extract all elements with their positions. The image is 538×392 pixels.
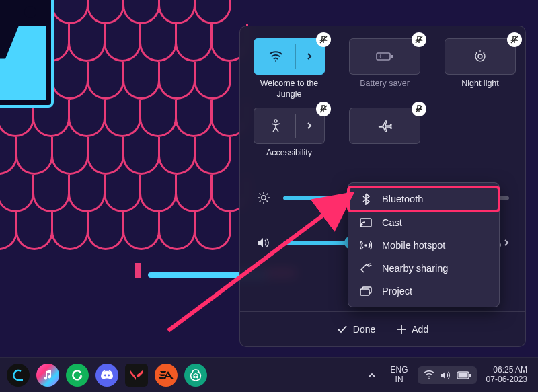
taskbar-pinned-apps xyxy=(7,364,207,387)
menu-item-project[interactable]: Project xyxy=(348,280,499,303)
taskbar: ENG IN 06:25 AM 07-06-2023 xyxy=(0,357,538,392)
clock-time: 06:25 AM xyxy=(486,366,527,375)
tile-wrap-nightlight: Night light xyxy=(445,38,516,100)
tray-overflow-button[interactable] xyxy=(362,368,381,383)
bluetooth-icon xyxy=(359,193,373,205)
night-light-tile[interactable] xyxy=(445,38,516,75)
svg-rect-2 xyxy=(391,55,393,58)
airplane-mode-tile[interactable] xyxy=(349,108,420,144)
svg-point-7 xyxy=(274,120,277,122)
svg-point-23 xyxy=(364,244,367,247)
tile-wrap-battery: Battery saver xyxy=(349,38,420,100)
svg-rect-32 xyxy=(469,374,471,377)
project-icon xyxy=(359,286,373,296)
add-button-label: Add xyxy=(412,324,428,335)
taskbar-app-itunes[interactable] xyxy=(36,364,59,387)
brightness-icon xyxy=(256,191,271,204)
taskbar-app-logitech[interactable] xyxy=(7,364,30,387)
unpin-icon[interactable] xyxy=(316,102,331,116)
night-light-tile-label: Night light xyxy=(461,79,499,99)
done-button[interactable]: Done xyxy=(337,324,375,335)
menu-item-label: Cast xyxy=(382,217,402,228)
svg-rect-1 xyxy=(377,53,390,60)
unpin-icon[interactable] xyxy=(316,32,331,47)
svg-line-14 xyxy=(267,201,268,202)
unpin-icon[interactable] xyxy=(507,32,522,47)
airplane-icon xyxy=(371,119,398,132)
clock-date: 07-06-2023 xyxy=(486,375,527,385)
nearby-sharing-icon xyxy=(359,263,373,274)
svg-rect-33 xyxy=(458,373,467,377)
svg-rect-25 xyxy=(360,289,369,295)
tile-wrap-airplane xyxy=(349,108,420,168)
wifi-tile-label: Welcome to the Jungle xyxy=(254,79,325,100)
language-line2: IN xyxy=(391,375,408,384)
svg-line-13 xyxy=(260,194,261,195)
taskbar-app-grammarly[interactable] xyxy=(66,364,89,387)
taskbar-system-tray: ENG IN 06:25 AM 07-06-2023 xyxy=(362,366,531,385)
menu-item-label: Project xyxy=(382,286,412,297)
volume-icon xyxy=(440,370,451,380)
menu-item-bluetooth[interactable]: Bluetooth xyxy=(348,187,499,211)
menu-item-label: Mobile hotspot xyxy=(382,240,445,251)
menu-item-label: Nearby sharing xyxy=(382,263,448,274)
add-tile-menu: Bluetooth Cast Mobile hotspot Nearby sha… xyxy=(348,182,500,307)
quick-settings-tiles: Welcome to the Jungle Battery saver xyxy=(254,38,512,168)
taskbar-app-valorant[interactable] xyxy=(125,364,148,387)
taskbar-app-ea[interactable] xyxy=(155,364,178,387)
svg-line-15 xyxy=(260,201,261,202)
battery-saver-icon xyxy=(371,51,398,62)
taskbar-app-chatgpt[interactable] xyxy=(184,364,207,387)
taskbar-app-discord[interactable] xyxy=(95,364,118,387)
wifi-expand-button[interactable] xyxy=(296,52,323,61)
quick-settings-panel: Welcome to the Jungle Battery saver xyxy=(239,26,526,347)
network-volume-battery-button[interactable] xyxy=(418,366,477,384)
battery-saver-tile-label: Battery saver xyxy=(360,79,410,99)
wifi-tile[interactable] xyxy=(254,38,325,75)
svg-point-22 xyxy=(360,225,362,227)
svg-point-0 xyxy=(274,60,276,61)
tile-wrap-accessibility: Accessibility xyxy=(254,108,325,168)
svg-point-3 xyxy=(478,54,482,58)
clock-button[interactable]: 06:25 AM 07-06-2023 xyxy=(482,366,531,385)
accessibility-icon xyxy=(256,114,296,138)
menu-item-nearby[interactable]: Nearby sharing xyxy=(348,257,499,280)
battery-saver-tile[interactable] xyxy=(349,38,420,75)
battery-icon xyxy=(457,371,471,379)
svg-point-29 xyxy=(108,374,110,376)
tile-wrap-wifi: Welcome to the Jungle xyxy=(254,38,325,100)
menu-item-hotspot[interactable]: Mobile hotspot xyxy=(348,234,499,257)
add-button[interactable]: Add xyxy=(397,324,428,335)
night-light-icon xyxy=(467,50,494,63)
svg-point-28 xyxy=(104,374,106,376)
accessibility-expand-button[interactable] xyxy=(296,122,323,130)
wifi-icon xyxy=(256,44,296,69)
quick-settings-footer: Done Add xyxy=(240,311,525,346)
menu-item-cast[interactable]: Cast xyxy=(348,211,499,234)
hotspot-icon xyxy=(359,240,373,251)
volume-icon xyxy=(256,237,271,249)
language-line1: ENG xyxy=(391,366,408,375)
language-indicator[interactable]: ENG IN xyxy=(387,366,412,383)
unpin-icon[interactable] xyxy=(412,32,426,47)
accessibility-tile-label: Accessibility xyxy=(266,148,312,168)
accessibility-tile[interactable] xyxy=(254,108,325,144)
cast-icon xyxy=(359,218,373,227)
wallpaper-robot-art xyxy=(0,0,54,108)
wifi-icon xyxy=(423,370,435,380)
svg-point-30 xyxy=(428,378,430,379)
svg-point-8 xyxy=(262,196,266,200)
svg-line-16 xyxy=(267,194,268,195)
done-button-label: Done xyxy=(353,324,375,335)
menu-item-label: Bluetooth xyxy=(382,194,423,204)
unpin-icon[interactable] xyxy=(412,102,426,116)
